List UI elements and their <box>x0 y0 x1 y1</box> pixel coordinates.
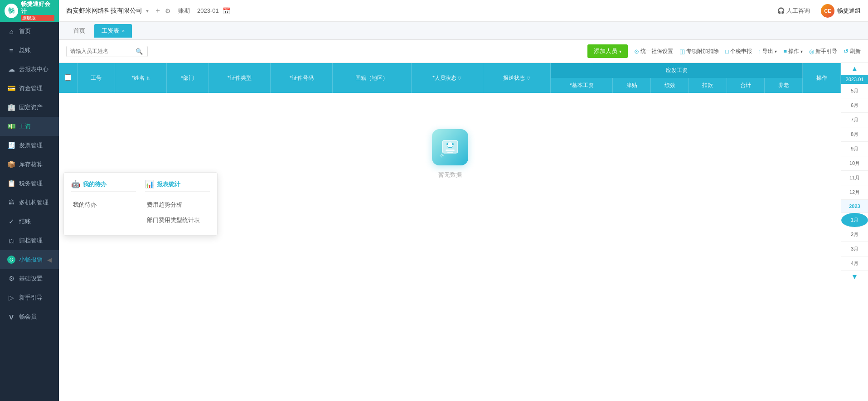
new-guide-action[interactable]: ◎ 新手引导 <box>809 48 837 55</box>
special-deduction-icon: ◫ <box>679 48 685 55</box>
social-security-icon: ⊙ <box>634 48 639 55</box>
id-no-th: *证件号码 <box>271 63 333 93</box>
inventory-icon: 📦 <box>7 160 15 169</box>
select-all-checkbox[interactable] <box>65 74 71 81</box>
company-dropdown-arrow[interactable]: ▾ <box>146 8 149 14</box>
sidebar-item-invoice[interactable]: 🧾 发票管理 <box>0 136 59 155</box>
ledger-icon: ≡ <box>7 47 15 54</box>
report-status-filter-icon[interactable]: ▽ <box>527 76 530 81</box>
operate-icon: ≡ <box>783 48 787 55</box>
tab-close-salary[interactable]: × <box>122 28 125 34</box>
month-8-2022[interactable]: 8月 <box>841 127 868 142</box>
sidebar-item-member[interactable]: V 畅会员 <box>0 307 59 326</box>
sidebar-item-guide[interactable]: ▷ 新手引导 <box>0 288 59 307</box>
svg-rect-3 <box>447 152 453 153</box>
sidebar-item-tax[interactable]: 📋 税务管理 <box>0 174 59 193</box>
cloud-icon: ☁ <box>7 65 15 73</box>
sidebar-item-cloud-report[interactable]: ☁ 云报表中心 <box>0 60 59 79</box>
month-2-2023[interactable]: 2月 <box>841 227 868 242</box>
sidebar-item-archive[interactable]: 🗂 归档管理 <box>0 231 59 250</box>
person-status-filter-icon[interactable]: ▽ <box>458 76 461 81</box>
todo-header-icon: 🤖 <box>71 180 80 188</box>
add-company-button[interactable]: ＋ <box>154 6 161 15</box>
salary-table: 工号 *姓名 ⇅ *部门 *证件类型 <box>59 63 841 93</box>
user-name: 畅捷通组 <box>837 7 861 15</box>
svg-rect-2 <box>446 150 455 151</box>
month-9-2022[interactable]: 9月 <box>841 142 868 156</box>
toolbar: 🔍 添加人员 ▾ ⊙ 统一社保设置 ◫ 专项附加扣除 □ 个税申报 ↑ 导出 <box>59 40 868 63</box>
month-12-2022[interactable]: 12月 <box>841 185 868 200</box>
settle-icon: ✓ <box>7 217 15 226</box>
period-value: 2023-01 <box>197 7 219 14</box>
export-action[interactable]: ↑ 导出 ▾ <box>758 48 777 55</box>
popup-item-dept-expense[interactable]: 部门费用类型统计表 <box>145 213 210 228</box>
tax-report-action[interactable]: □ 个税申报 <box>725 48 752 55</box>
popup-item-my-todo[interactable]: 我的待办 <box>71 197 136 213</box>
company-settings-icon[interactable]: ⚙ <box>165 7 171 14</box>
month-3-2023[interactable]: 3月 <box>841 242 868 256</box>
sidebar-item-salary[interactable]: 💵 工资 <box>0 117 59 136</box>
popup-columns: 🤖 我的待办 我的待办 📊 报表统计 费用趋势分析 部门费用类型统计表 <box>71 180 210 228</box>
sidebar-item-fixed-assets[interactable]: 🏢 固定资产 <box>0 98 59 117</box>
app-name: 畅捷通好会计 <box>21 0 54 14</box>
name-sort-icon[interactable]: ⇅ <box>146 76 150 81</box>
month-panel-header: 2023.01 <box>841 75 868 84</box>
search-icon: 🔍 <box>136 48 143 55</box>
tax-report-icon: □ <box>725 48 729 55</box>
app-edition: 旗舰版 <box>21 15 54 21</box>
period-label: 账期 <box>178 7 190 15</box>
refresh-icon: ↺ <box>844 48 849 55</box>
logo-icon: 畅 <box>5 4 18 18</box>
archive-icon: 🗂 <box>7 237 15 245</box>
service-button[interactable]: 🎧 人工咨询 <box>777 7 810 15</box>
sidebar-item-basic[interactable]: ⚙ 基础设置 <box>0 269 59 288</box>
month-panel-down[interactable]: ▼ <box>849 271 860 283</box>
export-dropdown-arrow: ▾ <box>775 49 777 54</box>
special-deduction-action[interactable]: ◫ 专项附加扣除 <box>679 48 719 55</box>
tab-home[interactable]: 首页 <box>66 24 92 38</box>
month-4-2023[interactable]: 4月 <box>841 256 868 271</box>
popup-item-expense-trend[interactable]: 费用趋势分析 <box>145 197 210 213</box>
settings-icon: ⚙ <box>7 275 15 283</box>
month-panel-up[interactable]: ▲ <box>849 63 860 75</box>
month-5-2022[interactable]: 5月 <box>841 84 868 98</box>
sidebar-item-home[interactable]: ⌂ 首页 <box>0 22 59 41</box>
tab-salary[interactable]: 工资表 × <box>94 24 132 38</box>
report-status-th: 报送状态 ▽ <box>483 63 551 93</box>
operate-dropdown-arrow: ▾ <box>800 49 803 54</box>
month-10-2022[interactable]: 10月 <box>841 156 868 171</box>
bonus-th: 绩效 <box>651 78 689 93</box>
salary-icon: 💵 <box>7 122 15 130</box>
sidebar-item-ledger[interactable]: ≡ 总账 <box>0 41 59 60</box>
popup-col-todo: 🤖 我的待办 我的待办 <box>71 180 136 228</box>
deduction-th: 扣款 <box>689 78 727 93</box>
month-6-2022[interactable]: 6月 <box>841 98 868 113</box>
avatar: CE <box>821 4 834 18</box>
pension-th: 养老 <box>765 78 803 93</box>
add-person-button[interactable]: 添加人员 ▾ <box>587 44 628 58</box>
dept-th: *部门 <box>166 63 208 93</box>
social-security-action[interactable]: ⊙ 统一社保设置 <box>634 48 673 55</box>
month-1-2023[interactable]: 1月 <box>841 213 868 227</box>
month-11-2022[interactable]: 11月 <box>841 171 868 185</box>
org-icon: 🏛 <box>7 199 15 207</box>
month-panel: ▲ 2023.01 5月 6月 7月 8月 9月 10月 11月 12月 202… <box>841 63 868 401</box>
invoice-icon: 🧾 <box>7 141 15 150</box>
search-input[interactable] <box>70 48 134 54</box>
sidebar-item-fund[interactable]: 💳 资金管理 <box>0 79 59 98</box>
tabbar: 首页 工资表 × <box>59 22 868 40</box>
sidebar-item-xiao-chang[interactable]: G 小畅报销 ◀ <box>0 250 59 269</box>
export-icon: ↑ <box>758 48 761 55</box>
refresh-action[interactable]: ↺ 刷新 <box>844 48 861 55</box>
allowance-th: 津贴 <box>613 78 651 93</box>
user-menu[interactable]: CE 畅捷通组 <box>821 4 861 18</box>
sidebar-item-inventory[interactable]: 📦 库存核算 <box>0 155 59 174</box>
sidebar-item-settle[interactable]: ✓ 结账 <box>0 212 59 231</box>
month-7-2022[interactable]: 7月 <box>841 113 868 127</box>
search-wrap: 🔍 <box>66 46 148 57</box>
nation-th: 国籍（地区） <box>333 63 411 93</box>
operate-action[interactable]: ≡ 操作 ▾ <box>783 48 803 55</box>
sidebar-item-multi-org[interactable]: 🏛 多机构管理 <box>0 193 59 212</box>
calendar-icon[interactable]: 📅 <box>223 7 230 14</box>
popup-col-reports: 📊 报表统计 费用趋势分析 部门费用类型统计表 <box>145 180 210 228</box>
